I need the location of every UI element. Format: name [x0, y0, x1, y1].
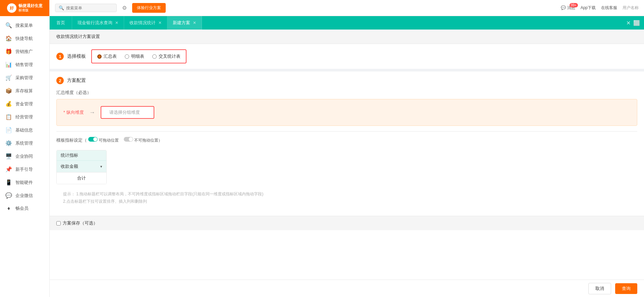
topbar-search-box[interactable]: 🔍	[55, 4, 117, 12]
chat-icon: 💬	[5, 192, 12, 199]
settings-icon[interactable]: ⚙	[122, 5, 127, 11]
stats-cell-collection[interactable]: 收款金额 ▾	[57, 160, 106, 172]
search-icon: 🔍	[59, 5, 64, 10]
sidebar-label-purchase: 采购管理	[15, 75, 33, 81]
sidebar-nav: 🔍 搜索菜单 🏠 快捷导航 🎁 营销推广 📊 销售管理 🛒 采购管理 📦 库存核…	[0, 16, 49, 297]
close-window-icon[interactable]: ✕	[626, 20, 631, 26]
content-inner: 收款情况统计方案设置 1 选择模板 汇总表	[50, 30, 644, 280]
fixed-toggle	[124, 137, 133, 142]
label-detail: 明细表	[131, 53, 144, 59]
option-cross[interactable]: 交叉统计表	[152, 53, 180, 59]
service-label[interactable]: 在线客服	[601, 5, 617, 11]
template-options: 汇总表 明细表 交叉统计表	[91, 49, 186, 63]
step1-number: 1	[56, 53, 64, 60]
radio-cross[interactable]	[152, 54, 157, 59]
tabbar: 首页 现金银行流水查询 ✕ 收款情况统计 ✕ 新建方案 ✕ ✕ ⬜	[50, 16, 644, 30]
sidebar-item-search[interactable]: 🔍 搜索菜单	[0, 19, 49, 32]
sidebar-item-capital[interactable]: 💰 资金管理	[0, 97, 49, 110]
sidebar-label-guide: 新手引导	[15, 166, 33, 172]
option-detail[interactable]: 明细表	[125, 53, 144, 59]
save-section: 方案保存（可选）	[50, 216, 644, 230]
main-area: 🔍 ⚙ 体验行业方案 💬 消息 99+ App下载 在线客服 用户名称 首页 现…	[50, 0, 644, 297]
topbar: 🔍 ⚙ 体验行业方案 💬 消息 99+ App下载 在线客服 用户名称	[50, 0, 644, 16]
step2-title: 方案配置	[67, 78, 86, 84]
tab-collection-stats-label: 收款情况统计	[129, 20, 156, 26]
maximize-icon[interactable]: ⬜	[633, 20, 640, 26]
download-label[interactable]: App下载	[581, 5, 596, 11]
topbar-actions: 💬 消息 99+ App下载 在线客服 用户名称	[561, 5, 639, 11]
sidebar-label-base-info: 基础信息	[15, 127, 33, 133]
radio-summary[interactable]	[97, 54, 102, 59]
tab-home-label: 首页	[56, 20, 65, 26]
tab-cash-query-close[interactable]: ✕	[115, 20, 118, 25]
step2-number: 2	[56, 77, 64, 84]
sidebar-label-capital: 资金管理	[15, 101, 33, 107]
save-checkbox[interactable]	[56, 221, 61, 226]
sidebar-item-system[interactable]: ⚙️ 系统管理	[0, 137, 49, 150]
option-summary[interactable]: 汇总表	[97, 53, 117, 59]
page-header: 收款情况统计方案设置	[50, 30, 644, 44]
save-checkbox-label[interactable]: 方案保存（可选）	[56, 220, 637, 226]
step2-section: 2 方案配置 汇总维度（必选） * 纵向维度 → 请选择分组维度 模板指标设定（…	[50, 71, 644, 216]
sidebar-label-sales: 销售管理	[15, 62, 33, 68]
metrics-label-row: 模板指标设定（ 可拖动位置 不可拖动位置）	[56, 131, 637, 143]
tab-collection-stats-close[interactable]: ✕	[158, 20, 162, 25]
tab-home[interactable]: 首页	[50, 16, 72, 30]
step1-section: 1 选择模板 汇总表 明细表	[50, 44, 644, 69]
sidebar-item-sales[interactable]: 📊 销售管理	[0, 58, 49, 71]
sidebar-item-member[interactable]: ♦️ 畅会员	[0, 202, 49, 215]
radio-detail[interactable]	[125, 54, 129, 59]
search-input[interactable]	[66, 6, 113, 10]
sidebar-item-base-info[interactable]: 📄 基础信息	[0, 123, 49, 137]
sidebar-item-marketing[interactable]: 🎁 营销推广	[0, 45, 49, 58]
sidebar-label-operations: 经营管理	[15, 114, 33, 120]
tab-cash-query[interactable]: 现金银行流水查询 ✕	[72, 16, 124, 30]
sidebar-label-marketing: 营销推广	[15, 49, 33, 55]
content-area: 收款情况统计方案设置 1 选择模板 汇总表	[50, 30, 644, 280]
phone-icon: 📱	[5, 179, 12, 186]
tip-2: 2.点击标题栏下拉可设置排序、插入列和删除列	[63, 198, 631, 205]
cart-icon: 🛒	[5, 75, 12, 81]
sidebar-item-guide[interactable]: 📌 新手引导	[0, 163, 49, 176]
dimension-area: * 纵向维度 → 请选择分组维度	[56, 99, 637, 126]
pin-icon: 📌	[5, 166, 12, 172]
gift-icon: 🎁	[5, 48, 12, 55]
sidebar-item-purchase[interactable]: 🛒 采购管理	[0, 71, 49, 84]
sidebar-label-wechat: 企业微信	[15, 193, 33, 199]
section-divider	[50, 69, 644, 71]
dropdown-arrow-icon[interactable]: ▾	[100, 164, 102, 169]
vertical-label: * 纵向维度	[63, 109, 84, 115]
tab-new-plan[interactable]: 新建方案 ✕	[167, 16, 202, 30]
search-icon: 🔍	[5, 22, 12, 29]
step1-row: 1 选择模板 汇总表 明细表	[56, 49, 637, 63]
home-icon: 🏠	[5, 35, 12, 42]
sidebar-item-corp-collab[interactable]: 🖥️ 企业协同	[0, 150, 49, 163]
sidebar: 好 畅捷通好生意 标准版 🔍 搜索菜单 🏠 快捷导航 🎁 营销推广 📊 销售管理…	[0, 0, 50, 297]
sidebar-label-hardware: 智能硬件	[15, 180, 33, 186]
sidebar-item-hardware[interactable]: 📱 智能硬件	[0, 176, 49, 189]
sidebar-item-quick-nav[interactable]: 🏠 快捷导航	[0, 32, 49, 45]
step1-header: 1 选择模板	[56, 53, 86, 60]
cancel-button[interactable]: 取消	[588, 283, 611, 294]
fixed-label: 不可拖动位置）	[134, 138, 162, 143]
sidebar-item-wechat[interactable]: 💬 企业微信	[0, 189, 49, 202]
step1-title: 选择模板	[67, 53, 86, 59]
movable-toggle	[88, 137, 98, 142]
page-title: 收款情况统计方案设置	[56, 34, 100, 39]
notification-badge[interactable]: 💬 消息 99+	[561, 5, 575, 11]
logo-text-block: 畅捷通好生意 标准版	[18, 3, 43, 13]
tip-1: 提示： 1.拖动标题栏可以调整布局，不可跨维度或指标区域拖动栏目字段(只能在同一…	[63, 191, 631, 198]
stats-cell-label: 收款金额	[61, 163, 78, 169]
sidebar-item-operations[interactable]: 📋 经营管理	[0, 110, 49, 123]
dimension-row: * 纵向维度 → 请选择分组维度	[63, 106, 630, 119]
tab-collection-stats[interactable]: 收款情况统计 ✕	[124, 16, 167, 30]
industry-btn[interactable]: 体验行业方案	[132, 3, 166, 13]
chart-icon: 📊	[5, 61, 12, 68]
query-button[interactable]: 查询	[615, 283, 637, 294]
notification-count: 99+	[570, 3, 578, 7]
label-cross: 交叉统计表	[159, 53, 180, 59]
dimension-select[interactable]: 请选择分组维度	[101, 106, 154, 119]
sidebar-label-search: 搜索菜单	[15, 22, 33, 29]
sidebar-item-inventory[interactable]: 📦 库存核算	[0, 84, 49, 97]
tab-new-plan-close[interactable]: ✕	[193, 20, 196, 25]
